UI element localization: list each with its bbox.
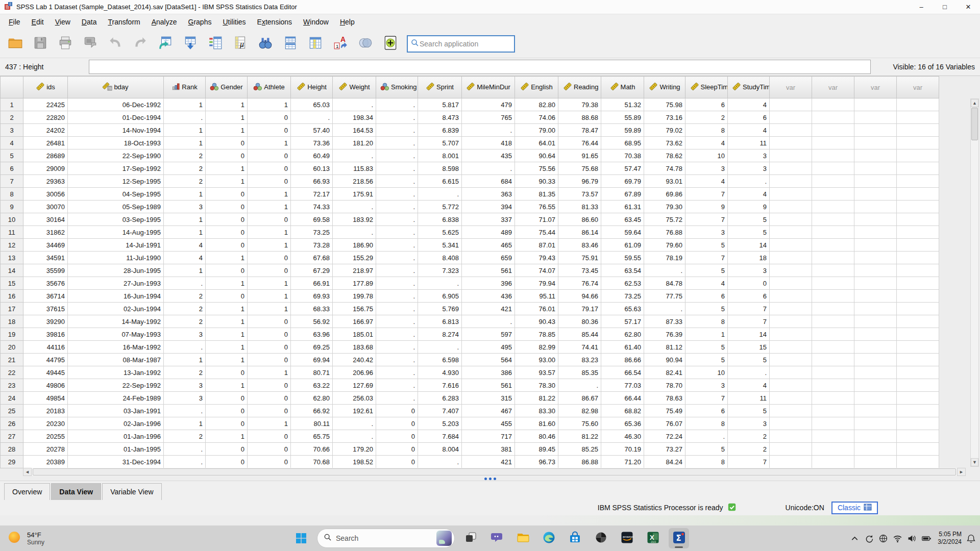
cell[interactable] [812,354,854,366]
cell[interactable]: 0 [248,162,291,175]
cell[interactable]: 5 [685,264,728,277]
cell[interactable]: 495 [462,341,515,354]
cell[interactable] [770,303,812,315]
cell[interactable]: 69.86 [644,188,685,201]
cell[interactable]: 31-Dec-1994 [68,456,164,468]
cell[interactable]: 465 [462,239,515,252]
cell[interactable] [854,124,897,137]
row-number[interactable]: 7 [1,175,23,188]
row-number[interactable]: 2 [1,111,23,124]
cell[interactable] [812,456,854,468]
cell[interactable]: 76.55 [515,201,558,213]
cell[interactable]: . [376,162,418,175]
cell[interactable]: 1 [164,188,206,201]
cell[interactable]: 44795 [23,354,68,366]
cell[interactable] [770,392,812,405]
cell[interactable]: 27-Jun-1993 [68,277,164,290]
cell[interactable]: 4 [728,379,770,392]
cell[interactable] [812,303,854,315]
cell[interactable]: 256.03 [333,392,376,405]
redo-button[interactable] [129,33,152,55]
cell[interactable] [812,430,854,443]
store-app-button[interactable] [565,528,585,548]
cell[interactable] [897,149,939,162]
cell[interactable]: 29363 [23,175,68,188]
cell[interactable]: 240.42 [333,354,376,366]
cell[interactable]: 76.44 [558,137,601,149]
row-number[interactable]: 13 [1,252,23,264]
cell[interactable]: 84.24 [644,456,685,468]
cell[interactable]: 4 [164,252,206,264]
cell[interactable]: 3 [164,328,206,341]
menu-window[interactable]: Window [298,16,334,28]
cell[interactable]: 11-Jul-1990 [68,252,164,264]
cell[interactable]: 75.56 [515,162,558,175]
cell[interactable] [897,188,939,201]
cell[interactable] [812,213,854,226]
horizontal-scrollbar[interactable]: ◄ ► [23,468,966,476]
cell[interactable]: 77.03 [601,379,644,392]
cell[interactable]: 90.33 [515,175,558,188]
battery-icon[interactable] [921,534,931,543]
row-number[interactable]: 11 [1,226,23,239]
cell[interactable]: 4 [685,277,728,290]
cell[interactable]: 1 [206,124,248,137]
column-header-var[interactable]: var [897,77,939,98]
cell[interactable]: 181.20 [333,137,376,149]
cell[interactable]: 5 [685,443,728,456]
cell[interactable]: 192.61 [333,405,376,417]
cell[interactable]: 78.85 [515,328,558,341]
goto-case-button[interactable] [154,33,177,55]
cell[interactable]: 5 [685,354,728,366]
cell[interactable]: 3 [728,264,770,277]
cell[interactable]: . [376,252,418,264]
cell[interactable] [854,111,897,124]
cell[interactable]: 1 [248,137,291,149]
cell[interactable]: 0 [206,456,248,468]
cell[interactable]: 2 [685,111,728,124]
cell[interactable]: . [376,111,418,124]
cell[interactable]: 86.66 [601,354,644,366]
cell[interactable]: 73.25 [601,290,644,303]
cell[interactable]: 175.91 [333,188,376,201]
start-button[interactable] [291,528,311,548]
cell[interactable]: 55.89 [601,111,644,124]
tab-variable-view[interactable]: Variable View [102,483,161,500]
cell[interactable]: 93.00 [515,354,558,366]
cell[interactable] [897,98,939,111]
cell[interactable]: 80.36 [558,315,601,328]
cell[interactable]: 5 [728,226,770,239]
cell[interactable] [897,392,939,405]
cell[interactable] [854,213,897,226]
cell[interactable]: 22-Sep-1990 [68,149,164,162]
cell[interactable]: 2 [164,303,206,315]
cell[interactable]: 34469 [23,239,68,252]
cell[interactable]: 0 [248,405,291,417]
cell[interactable]: 2 [728,443,770,456]
cell[interactable] [770,213,812,226]
cell[interactable]: 1 [248,226,291,239]
cell[interactable]: 0 [206,213,248,226]
cell[interactable]: . [376,341,418,354]
cell[interactable]: 381 [462,443,515,456]
vertical-scrollbar[interactable]: ▲ ▼ [970,98,979,467]
insert-cases-button[interactable] [279,33,302,55]
cell[interactable]: 24202 [23,124,68,137]
cell[interactable]: 66.54 [601,366,644,379]
cell[interactable]: 7 [728,303,770,315]
cell[interactable]: 1 [248,303,291,315]
cell[interactable]: 65.63 [601,303,644,315]
cell[interactable]: 0 [376,405,418,417]
cell[interactable]: 75.49 [644,405,685,417]
cell[interactable] [854,188,897,201]
cell[interactable]: 597 [462,328,515,341]
cell[interactable]: 62.80 [291,392,333,405]
cell[interactable]: 81.35 [515,188,558,201]
cell[interactable]: 44116 [23,341,68,354]
scroll-left-arrow[interactable]: ◄ [23,468,32,476]
menu-help[interactable]: Help [334,16,360,28]
cell[interactable]: 61.40 [601,341,644,354]
row-number[interactable]: 12 [1,239,23,252]
cell[interactable]: . [376,188,418,201]
cell[interactable] [812,111,854,124]
